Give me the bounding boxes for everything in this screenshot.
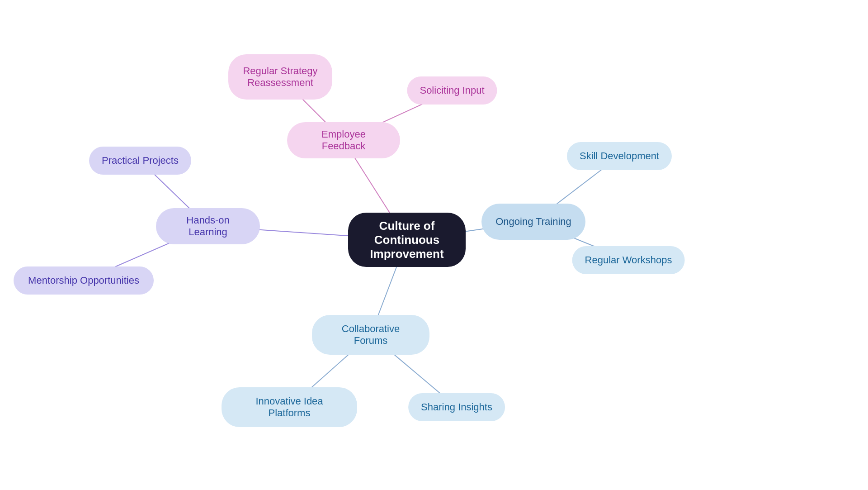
- hands-on-learning-node: Hands-on Learning: [156, 208, 260, 244]
- skill-development-node: Skill Development: [567, 142, 672, 170]
- regular-strategy-node: Regular Strategy Reassessment: [228, 54, 332, 100]
- mentorship-opportunities-node: Mentorship Opportunities: [14, 266, 154, 295]
- mind-map-container: Culture of Continuous ImprovementEmploye…: [0, 0, 868, 490]
- employee-feedback-node: Employee Feedback: [287, 122, 400, 158]
- practical-projects-node: Practical Projects: [89, 147, 191, 175]
- center-node: Culture of Continuous Improvement: [348, 213, 466, 267]
- ongoing-training-node: Ongoing Training: [481, 204, 585, 240]
- collaborative-forums-node: Collaborative Forums: [312, 315, 429, 355]
- soliciting-input-node: Soliciting Input: [407, 76, 497, 105]
- regular-workshops-node: Regular Workshops: [572, 246, 685, 274]
- innovative-idea-platforms-node: Innovative Idea Platforms: [222, 387, 357, 427]
- sharing-insights-node: Sharing Insights: [408, 393, 505, 421]
